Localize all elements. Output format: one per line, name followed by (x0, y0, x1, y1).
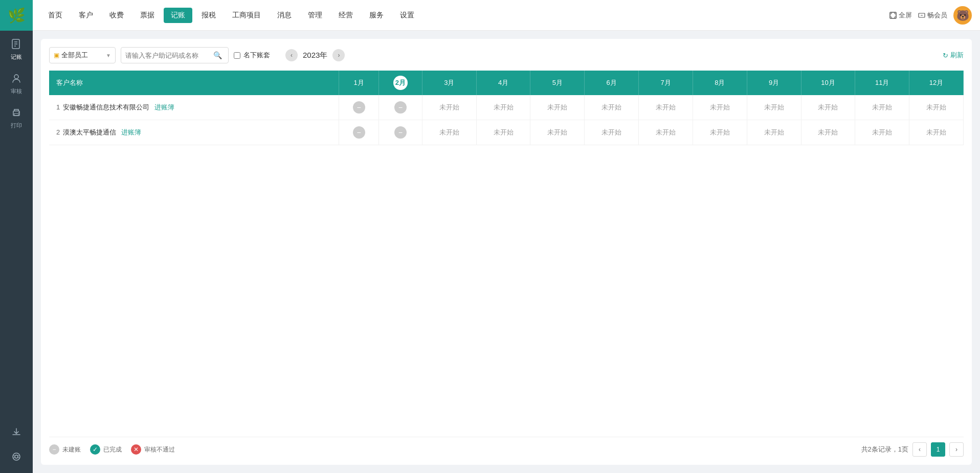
svg-line-11 (13, 458, 15, 458)
svg-line-12 (18, 456, 20, 456)
col-oct: 10月 (801, 71, 855, 95)
month-cell-8: 未开始 (693, 120, 747, 145)
toolbar: ▣ 全部员工 ▼ 🔍 名下账套 ‹ 2023年 › (49, 47, 964, 63)
nav-customer[interactable]: 客户 (72, 8, 100, 23)
year-nav: ‹ 2023年 › (285, 49, 345, 61)
nav-operation[interactable]: 经营 (331, 8, 360, 23)
sidebar-bottom (0, 419, 33, 473)
refresh-label: 刷新 (950, 51, 964, 60)
month-cell-2[interactable]: − (378, 95, 422, 120)
legend-completed: ✓ 已完成 (90, 444, 122, 455)
month-cell-10: 未开始 (801, 95, 855, 120)
svg-rect-14 (890, 12, 896, 18)
customer-name: 安徽畅捷通信息技术有限公司 (63, 103, 149, 111)
nav-tax[interactable]: 报税 (194, 8, 223, 23)
month-cell-6: 未开始 (585, 95, 639, 120)
content-area: ▣ 全部员工 ▼ 🔍 名下账套 ‹ 2023年 › (33, 31, 980, 473)
checkbox-label[interactable]: 名下账套 (234, 51, 270, 60)
user-avatar[interactable]: 🐻 (953, 6, 972, 25)
rejected-icon: ✕ (131, 444, 141, 455)
next-page-button[interactable]: › (949, 442, 964, 457)
table-row: 1安徽畅捷通信息技术有限公司进账簿−−未开始未开始未开始未开始未开始未开始未开始… (49, 95, 964, 120)
not-built-icon: − (49, 444, 59, 455)
support-icon (9, 449, 24, 464)
nav-billing[interactable]: 收费 (102, 8, 131, 23)
col-jan: 1月 (339, 71, 378, 95)
page-1-button[interactable]: 1 (931, 442, 945, 457)
audit-icon (9, 71, 24, 85)
col-feb: 2月 (378, 71, 422, 95)
main-card: ▣ 全部员工 ▼ 🔍 名下账套 ‹ 2023年 › (41, 39, 972, 465)
sidebar-logo: 🌿 (0, 0, 33, 31)
nav-service[interactable]: 服务 (362, 8, 391, 23)
nav-manage[interactable]: 管理 (301, 8, 329, 23)
total-text: 共2条记录，1页 (861, 445, 908, 454)
refresh-icon: ↻ (943, 52, 948, 59)
member-label: 畅会员 (927, 11, 947, 20)
nav-settings[interactable]: 设置 (393, 8, 421, 23)
month-cell-3: 未开始 (422, 120, 476, 145)
month-cell-12: 未开始 (909, 120, 964, 145)
my-accounts-checkbox[interactable] (234, 52, 240, 59)
nav-home[interactable]: 首页 (41, 8, 70, 23)
checkbox-text: 名下账套 (243, 51, 270, 60)
sidebar-item-download[interactable] (0, 419, 33, 443)
col-mar: 3月 (422, 71, 476, 95)
prev-year-button[interactable]: ‹ (285, 49, 298, 61)
month-cell-4: 未开始 (476, 120, 530, 145)
member-button[interactable]: 畅会员 (918, 11, 947, 20)
not-built-status: − (394, 126, 407, 139)
month-cell-7: 未开始 (639, 95, 693, 120)
svg-line-13 (18, 458, 20, 458)
next-year-button[interactable]: › (332, 49, 345, 61)
not-built-label: 未建账 (62, 445, 81, 454)
month-cell-1[interactable]: − (339, 120, 378, 145)
chevron-down-icon: ▼ (106, 53, 111, 58)
legend-rejected: ✕ 审核不通过 (131, 444, 175, 455)
legend-not-built: − 未建账 (49, 444, 81, 455)
svg-point-8 (13, 453, 20, 460)
sidebar-item-support[interactable] (0, 443, 33, 468)
col-sep: 9月 (747, 71, 801, 95)
sidebar-item-audit[interactable]: 审核 (0, 65, 33, 99)
nav-business[interactable]: 工商项目 (225, 8, 268, 23)
refresh-button[interactable]: ↻ 刷新 (943, 51, 964, 60)
bookkeeping-icon (9, 37, 24, 51)
enter-account-link[interactable]: 进账簿 (154, 103, 174, 111)
svg-point-9 (15, 455, 18, 458)
month-cell-9: 未开始 (747, 95, 801, 120)
employee-select-label: 全部员工 (61, 51, 104, 60)
month-cell-6: 未开始 (585, 120, 639, 145)
employee-select[interactable]: ▣ 全部员工 ▼ (49, 47, 116, 63)
fullscreen-button[interactable]: 全屏 (889, 11, 912, 20)
search-icon[interactable]: 🔍 (211, 51, 224, 59)
month-cell-2[interactable]: − (378, 120, 422, 145)
month-cell-11: 未开始 (855, 95, 909, 120)
customer-name: 漠澳太平畅捷通信 (63, 128, 116, 136)
table-row: 2漠澳太平畅捷通信进账簿−−未开始未开始未开始未开始未开始未开始未开始未开始未开… (49, 120, 964, 145)
nav-bookkeeping[interactable]: 记账 (164, 8, 192, 23)
nav-invoices[interactable]: 票据 (133, 8, 162, 23)
prev-page-button[interactable]: ‹ (912, 442, 927, 457)
col-jun: 6月 (585, 71, 639, 95)
sidebar-item-label: 记账 (11, 53, 22, 61)
month-cell-1[interactable]: − (339, 95, 378, 120)
row-index: 1 (56, 103, 60, 111)
enter-account-link[interactable]: 进账簿 (121, 128, 141, 136)
month-cell-3: 未开始 (422, 95, 476, 120)
sidebar-item-print[interactable]: 打印 (0, 99, 33, 133)
nav-message[interactable]: 消息 (270, 8, 299, 23)
current-month-badge: 2月 (393, 76, 408, 90)
search-wrapper: 🔍 (121, 47, 229, 63)
svg-point-4 (14, 75, 18, 79)
month-cell-8: 未开始 (693, 95, 747, 120)
svg-line-10 (13, 456, 15, 456)
not-built-status: − (353, 101, 365, 114)
month-cell-5: 未开始 (530, 120, 585, 145)
col-dec: 12月 (909, 71, 964, 95)
row-index: 2 (56, 128, 60, 136)
sidebar-item-label: 审核 (11, 87, 22, 95)
completed-label: 已完成 (103, 445, 122, 454)
search-input[interactable] (125, 52, 211, 59)
sidebar-item-bookkeeping[interactable]: 记账 (0, 31, 33, 65)
